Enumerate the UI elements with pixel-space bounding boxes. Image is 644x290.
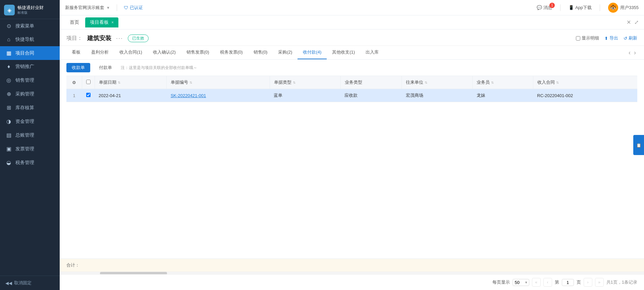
th-date: 单据日期⇅ xyxy=(95,76,167,89)
tab-io[interactable]: 出入库 xyxy=(360,46,384,59)
project-status-badge: 已生效 xyxy=(128,34,149,42)
purchase-icon: ⊕ xyxy=(5,91,12,97)
window-close-button[interactable]: ✕ xyxy=(627,19,631,25)
sidebar-label-project: 项目合同 xyxy=(15,50,34,56)
sub-tab-payment[interactable]: 付款单 xyxy=(94,63,117,72)
td-salesman: 龙妹 xyxy=(473,89,533,102)
tab-receipt[interactable]: 收付款(4) xyxy=(298,46,327,59)
tabbar: 首页 项目看板 × ✕ ⤢ xyxy=(60,15,644,29)
sidebar-item-tax[interactable]: ◒ 税务管理 xyxy=(0,156,60,169)
window-controls: ✕ ⤢ xyxy=(627,19,639,25)
sidebar-item-inventory[interactable]: ⊞ 库存核算 xyxy=(0,101,60,115)
sort-date-icon[interactable]: ⇅ xyxy=(118,81,120,84)
account-selector[interactable]: 新服务官网演示账套 ▼ xyxy=(65,5,110,11)
chevron-down-icon: ▼ xyxy=(106,6,110,10)
finance-icon: ◑ xyxy=(5,118,12,125)
row-checkbox[interactable] xyxy=(86,93,91,97)
tab-home[interactable]: 首页 xyxy=(65,17,84,27)
refresh-button[interactable]: ↺ 刷新 xyxy=(624,35,637,41)
td-num: 1 xyxy=(66,89,82,102)
show-detail-input[interactable] xyxy=(576,36,580,41)
tab-income-confirm[interactable]: 收入确认(2) xyxy=(148,46,181,59)
sidebar-label-quicknav: 快捷导航 xyxy=(15,37,34,43)
sidebar-item-marketing[interactable]: ♦ 营销推广 xyxy=(0,60,60,73)
sidebar: ◈ 畅捷通好业财 标准版 ⊙ 搜索菜单 ⌂ 快捷导航 ▦ 项目合同 ♦ 营销推广… xyxy=(0,0,60,290)
td-code-link[interactable]: SK-20220421-001 xyxy=(171,93,206,98)
tab-sales-invoice[interactable]: 销售发票(0) xyxy=(181,46,215,59)
td-biztype: 应收款 xyxy=(340,89,402,102)
nav-next-arrow[interactable]: › xyxy=(633,48,637,58)
sidebar-item-ledger[interactable]: ▤ 总账管理 xyxy=(0,128,60,142)
cancel-pin-button[interactable]: ◀◀ 取消固定 xyxy=(0,276,60,290)
scroll-indicator xyxy=(60,272,644,274)
page-size-select[interactable]: 20 50 100 xyxy=(513,279,529,286)
sort-partner-icon[interactable]: ⇅ xyxy=(425,81,427,84)
export-icon: ⬆ xyxy=(604,36,608,41)
tab-kanban[interactable]: 看板 xyxy=(66,46,86,59)
sidebar-item-purchase[interactable]: ⊕ 采购管理 xyxy=(0,87,60,101)
show-detail-label: 显示明细 xyxy=(582,35,599,41)
tab-close-button[interactable]: × xyxy=(111,20,114,25)
sidebar-item-invoice[interactable]: ▣ 发票管理 xyxy=(0,142,60,156)
tab-project-kanban[interactable]: 项目看板 × xyxy=(85,17,118,27)
sidebar-item-quicknav[interactable]: ⌂ 快捷导航 xyxy=(0,33,60,46)
sidebar-item-finance[interactable]: ◑ 资金管理 xyxy=(0,115,60,128)
page-first-button[interactable]: « xyxy=(532,278,541,287)
tab-sales[interactable]: 销售(0) xyxy=(248,46,273,59)
export-label: 导出 xyxy=(609,35,618,41)
project-more-button[interactable]: ··· xyxy=(116,35,123,42)
logo-icon: ◈ xyxy=(4,5,15,15)
total-label: 合计： xyxy=(66,262,79,268)
sidebar-item-sales[interactable]: ◎ 销售管理 xyxy=(0,73,60,87)
td-code[interactable]: SK-20220421-001 xyxy=(167,89,270,102)
page-label: 第 xyxy=(555,279,559,285)
tab-profit[interactable]: 盈利分析 xyxy=(86,46,114,59)
sidebar-label-sales: 销售管理 xyxy=(15,77,34,83)
nav-tabs: 看板 盈利分析 收入合同(1) 收入确认(2) 销售发票(0) 税务发票(0) … xyxy=(60,46,644,60)
nav-tab-arrows: ‹ › xyxy=(627,48,637,58)
tab-other-expense[interactable]: 其他收支(1) xyxy=(327,46,360,59)
page-last-button[interactable]: » xyxy=(595,278,604,287)
sub-tab-receipt[interactable]: 收款单 xyxy=(66,63,90,72)
th-biztype: 业务类型 xyxy=(340,76,402,89)
window-maximize-button[interactable]: ⤢ xyxy=(634,19,639,25)
sort-type-icon[interactable]: ⇅ xyxy=(293,81,296,84)
sort-salesman-icon[interactable]: ⇅ xyxy=(491,81,494,84)
tab-income-contract[interactable]: 收入合同(1) xyxy=(114,46,148,59)
shield-icon: 🛡 xyxy=(124,5,128,10)
page-next-button[interactable]: › xyxy=(584,278,592,287)
table-row[interactable]: 1 2022-04-21 SK-20220421-001 蓝单 应收款 宏茂商场… xyxy=(66,89,637,102)
message-button[interactable]: 💬 消息 1 xyxy=(537,5,552,11)
tab-tax-invoice[interactable]: 税务发票(0) xyxy=(215,46,248,59)
float-side-button[interactable]: 📋 xyxy=(633,135,644,155)
th-settings[interactable]: ⚙ xyxy=(66,76,82,89)
app-download-button[interactable]: 📱 App下载 xyxy=(569,5,592,11)
inventory-icon: ⊞ xyxy=(5,104,12,111)
export-button[interactable]: ⬆ 导出 xyxy=(604,35,618,41)
sidebar-label-ledger: 总账管理 xyxy=(15,132,34,138)
tab-purchase[interactable]: 采购(2) xyxy=(273,46,298,59)
sidebar-item-search[interactable]: ⊙ 搜索菜单 xyxy=(0,19,60,33)
td-checkbox[interactable] xyxy=(82,89,95,102)
show-detail-checkbox[interactable]: 显示明细 xyxy=(576,35,599,41)
page-prev-button[interactable]: ‹ xyxy=(543,278,552,287)
select-all-checkbox[interactable] xyxy=(86,80,91,84)
sub-tab-note: 注：这里是与项目关联的全部收付款单哦～ xyxy=(121,65,197,71)
td-income-contract: RC-20220401-002 xyxy=(533,89,637,102)
phone-icon: 📱 xyxy=(569,5,574,10)
sidebar-item-project[interactable]: ▦ 项目合同 xyxy=(0,46,60,60)
float-side-icon: 📋 xyxy=(636,143,641,148)
user-menu[interactable]: 🐯 用户3355 xyxy=(608,3,639,13)
page-input[interactable] xyxy=(562,279,574,286)
project-label: 项目： xyxy=(66,35,83,42)
sort-code-icon[interactable]: ⇅ xyxy=(190,81,192,84)
nav-prev-arrow[interactable]: ‹ xyxy=(627,48,632,58)
td-type: 蓝单 xyxy=(270,89,340,102)
sub-tabs: 收款单 付款单 注：这里是与项目关联的全部收付款单哦～ xyxy=(60,60,644,76)
th-partner: 往来单位⇅ xyxy=(402,76,473,89)
search-icon: ⊙ xyxy=(5,23,12,29)
th-checkbox[interactable] xyxy=(82,76,95,89)
message-icon: 💬 xyxy=(537,5,542,10)
sort-contract-icon[interactable]: ⇅ xyxy=(556,81,559,84)
sidebar-label-marketing: 营销推广 xyxy=(15,64,34,70)
